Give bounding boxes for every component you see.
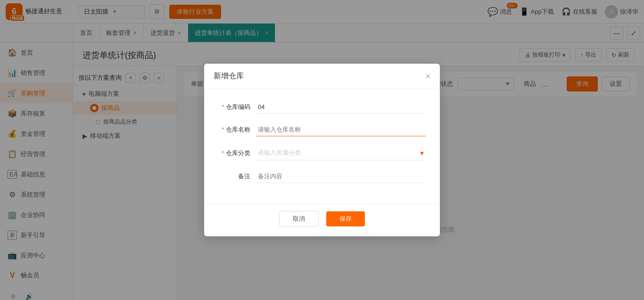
note-label: 备注 <box>218 172 256 181</box>
code-label: 仓库编码 <box>218 103 256 111</box>
form-row-type: 仓库分类 请输入所属分类 ▾ <box>218 146 426 160</box>
warehouse-code-input[interactable] <box>256 100 426 114</box>
type-label: 仓库分类 <box>218 149 256 158</box>
warehouse-note-input[interactable] <box>256 170 426 183</box>
warehouse-type-select[interactable]: 请输入所属分类 ▾ <box>256 146 426 160</box>
modal-footer: 取消 保存 <box>204 204 440 236</box>
warehouse-name-input[interactable] <box>256 123 426 136</box>
modal-close-button[interactable]: × <box>425 72 430 81</box>
type-dropdown-arrow: ▾ <box>420 149 424 158</box>
modal-overlay[interactable]: 新增仓库 × 仓库编码 仓库名称 仓库分类 请输入所属分类 ▾ <box>0 0 644 300</box>
type-placeholder: 请输入所属分类 <box>258 149 301 157</box>
add-warehouse-modal: 新增仓库 × 仓库编码 仓库名称 仓库分类 请输入所属分类 ▾ <box>204 64 440 236</box>
name-label: 仓库名称 <box>218 125 256 134</box>
save-button[interactable]: 保存 <box>326 211 365 226</box>
modal-body: 仓库编码 仓库名称 仓库分类 请输入所属分类 ▾ 备注 <box>204 89 440 204</box>
modal-title: 新增仓库 <box>214 71 425 81</box>
modal-header: 新增仓库 × <box>204 64 440 89</box>
form-row-note: 备注 <box>218 170 426 183</box>
form-row-name: 仓库名称 <box>218 123 426 136</box>
cancel-button[interactable]: 取消 <box>279 211 319 227</box>
form-row-code: 仓库编码 <box>218 100 426 114</box>
